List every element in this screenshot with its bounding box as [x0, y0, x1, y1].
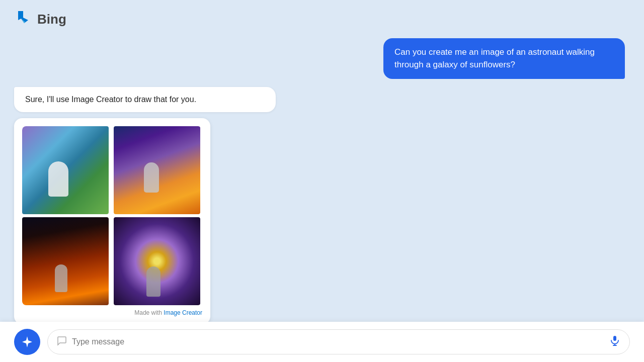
bing-logo-text: Bing: [37, 12, 66, 27]
generated-image-4[interactable]: [114, 217, 200, 305]
mic-icon[interactable]: [609, 335, 620, 349]
message-input[interactable]: [72, 337, 604, 346]
input-bar: [0, 322, 644, 362]
chat-bubble-icon: [57, 336, 67, 348]
bot-message-container: Sure, I'll use Image Creator to draw tha…: [14, 87, 630, 349]
image-grid-card: Made with Image Creator: [14, 118, 210, 324]
chat-area: Can you create me an image of an astrona…: [0, 38, 644, 349]
image-grid: [22, 126, 202, 305]
input-field-container: [47, 329, 630, 354]
svg-rect-0: [613, 336, 616, 341]
bing-logo-icon: [14, 9, 32, 29]
generated-image-2[interactable]: [114, 126, 200, 214]
magic-button[interactable]: [14, 329, 40, 355]
bing-logo: Bing: [14, 9, 66, 29]
bot-text-bubble: Sure, I'll use Image Creator to draw tha…: [14, 87, 276, 112]
user-message-container: Can you create me an image of an astrona…: [14, 38, 630, 79]
user-message: Can you create me an image of an astrona…: [383, 38, 625, 79]
image-creator-link[interactable]: Image Creator: [164, 309, 202, 316]
image-credit: Made with Image Creator: [22, 309, 202, 316]
generated-image-3[interactable]: [22, 217, 109, 305]
generated-image-1[interactable]: [22, 126, 109, 214]
header: Bing: [0, 0, 644, 38]
